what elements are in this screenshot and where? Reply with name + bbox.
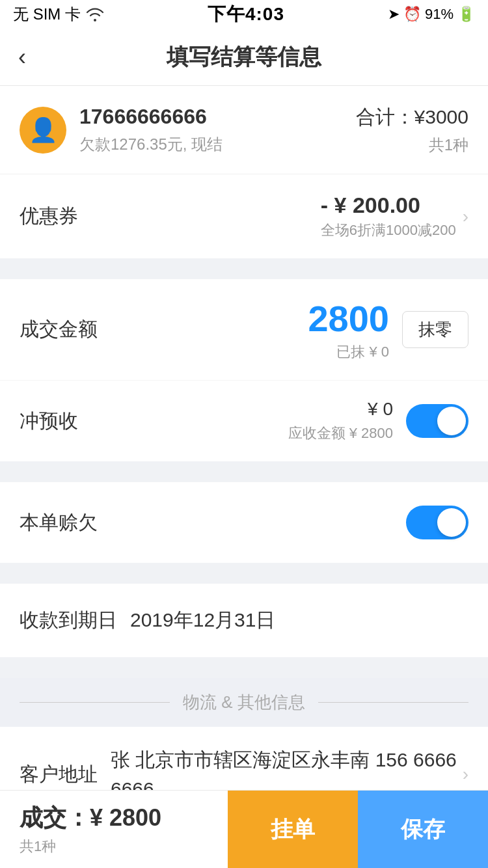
transaction-label: 成交金额 (20, 316, 98, 343)
prepay-amount-wrap: ¥ 0 应收金额 ¥ 2800 (288, 399, 393, 443)
coupon-right: - ¥ 200.00 全场6折满1000减200 (321, 193, 456, 240)
prepay-right: ¥ 0 应收金额 ¥ 2800 (288, 399, 468, 443)
coupon-label: 优惠券 (20, 203, 78, 230)
total-count: 共1种 (356, 135, 468, 156)
customer-right: 合计：¥3000 共1种 (356, 104, 468, 156)
bottom-deal-amount: ¥ 2800 (90, 804, 161, 831)
content-area: 👤 17666666666 欠款1276.35元, 现结 合计：¥3000 共1… (0, 86, 488, 868)
round-button[interactable]: 抹零 (402, 311, 468, 348)
duedate-row: 收款到期日 2019年12月31日 (0, 584, 488, 657)
duedate-card: 收款到期日 2019年12月31日 (0, 584, 488, 657)
transaction-row: 成交金额 2800 已抹 ¥ 0 抹零 (0, 279, 488, 381)
credit-row: 本单赊欠 (0, 482, 488, 563)
prepay-amount: ¥ 0 (368, 399, 393, 420)
address-label: 客户地址 (20, 761, 98, 788)
coupon-row[interactable]: 优惠券 - ¥ 200.00 全场6折满1000减200 › (0, 174, 488, 258)
coupon-amount: - ¥ 200.00 (321, 193, 456, 218)
status-right: ➤ ⏰ 91% 🔋 (388, 6, 475, 23)
page-title: 填写结算等信息 (167, 42, 321, 72)
battery-icon: 🔋 (457, 6, 475, 23)
credit-label: 本单赊欠 (20, 509, 98, 536)
customer-card: 👤 17666666666 欠款1276.35元, 现结 合计：¥3000 共1… (0, 86, 488, 258)
status-left: 无 SIM 卡 (13, 4, 104, 25)
credit-card: 本单赊欠 (0, 482, 488, 563)
customer-left: 👤 17666666666 欠款1276.35元, 现结 (20, 105, 223, 155)
battery-text: 91% (425, 6, 454, 23)
transaction-right: 2800 已抹 ¥ 0 抹零 (308, 297, 468, 362)
avatar-icon: 👤 (29, 116, 58, 144)
divider-text: 物流 & 其他信息 (183, 691, 305, 714)
separator-2 (0, 472, 488, 482)
status-bar: 无 SIM 卡 下午4:03 ➤ ⏰ 91% 🔋 (0, 0, 488, 29)
total-amount: 合计：¥3000 (356, 104, 468, 131)
back-button[interactable]: ‹ (18, 44, 26, 71)
customer-info: 17666666666 欠款1276.35元, 现结 (79, 105, 223, 155)
credit-toggle[interactable] (406, 506, 468, 539)
sim-text: 无 SIM 卡 (13, 4, 81, 25)
status-time: 下午4:03 (208, 2, 284, 27)
hold-button[interactable]: 挂单 (228, 791, 358, 869)
nav-bar: ‹ 填写结算等信息 (0, 29, 488, 86)
transaction-sub: 已抹 ¥ 0 (308, 342, 389, 362)
prepay-row: 冲预收 ¥ 0 应收金额 ¥ 2800 (0, 381, 488, 461)
duedate-label: 收款到期日 (20, 607, 117, 634)
customer-row: 👤 17666666666 欠款1276.35元, 现结 合计：¥3000 共1… (0, 86, 488, 174)
separator-4 (0, 668, 488, 678)
prepay-label: 冲预收 (20, 408, 78, 435)
section-divider: 物流 & 其他信息 (0, 678, 488, 727)
coupon-desc: 全场6折满1000减200 (321, 221, 456, 240)
separator-1 (0, 269, 488, 279)
transaction-card: 成交金额 2800 已抹 ¥ 0 抹零 冲预收 ¥ 0 应收金额 ¥ 2800 (0, 279, 488, 461)
bottom-summary: 成交：¥ 2800 共1种 (0, 802, 228, 856)
avatar: 👤 (20, 107, 66, 154)
transaction-amount: 2800 (308, 297, 389, 340)
separator-3 (0, 573, 488, 584)
bottom-count: 共1种 (20, 837, 208, 856)
transaction-amount-wrap: 2800 已抹 ¥ 0 (308, 297, 389, 362)
customer-debt: 欠款1276.35元, 现结 (79, 134, 223, 155)
address-chevron-icon: › (463, 764, 468, 785)
prepay-sub: 应收金额 ¥ 2800 (288, 424, 393, 443)
location-icon: ➤ (388, 6, 400, 23)
bottom-bar: 成交：¥ 2800 共1种 挂单 保存 (0, 790, 488, 868)
chevron-right-icon: › (463, 206, 468, 227)
wifi-icon (86, 7, 104, 21)
customer-phone: 17666666666 (79, 105, 223, 129)
bottom-deal-label: 成交： (20, 804, 90, 831)
alarm-icon: ⏰ (403, 6, 421, 23)
save-button[interactable]: 保存 (358, 791, 488, 869)
duedate-value: 2019年12月31日 (130, 607, 275, 634)
bottom-deal-row: 成交：¥ 2800 (20, 802, 208, 834)
divider-line-left (20, 702, 170, 703)
divider-line-right (318, 702, 468, 703)
prepay-toggle[interactable] (406, 404, 468, 438)
